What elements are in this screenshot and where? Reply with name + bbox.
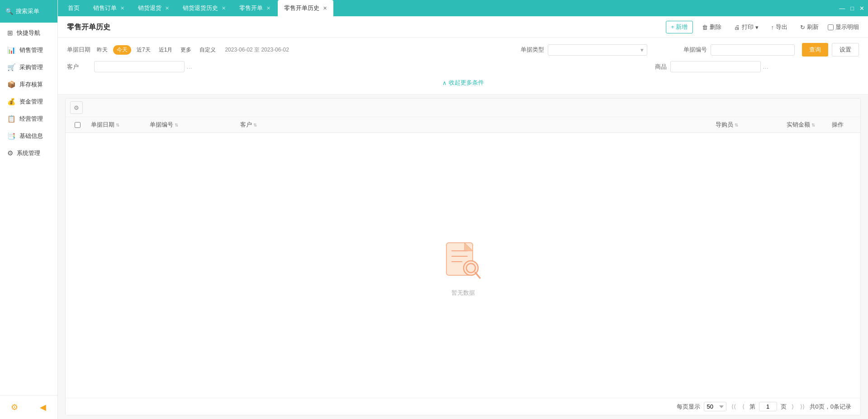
tab-retail-history-close[interactable]: ✕ <box>323 5 327 11</box>
tab-sales-order-close[interactable]: ✕ <box>120 5 124 11</box>
print-button[interactable]: 🖨 打印 ▾ <box>730 21 762 33</box>
sidebar-item-label: 经营管理 <box>19 115 43 123</box>
date-more-btn[interactable]: 更多 <box>178 45 194 55</box>
tab-sales-return-label: 销货退货 <box>138 4 161 12</box>
date-today-btn[interactable]: 今天 <box>113 45 131 55</box>
collapse-filter-btn[interactable]: ∧ 收起更多条件 <box>437 77 489 89</box>
date-yesterday-btn[interactable]: 昨天 <box>94 45 110 55</box>
print-dropdown-icon: ▾ <box>755 24 759 31</box>
tab-sales-return-history-label: 销货退货历史 <box>183 4 218 12</box>
page-number-input[interactable]: 1 <box>759 402 777 411</box>
sidebar-item-quick-nav[interactable]: ⊞ 快捷导航 <box>0 24 57 42</box>
sidebar-item-ops-mgmt[interactable]: 📋 经营管理 <box>0 110 57 127</box>
ops-mgmt-icon: 📋 <box>7 115 16 123</box>
svg-line-6 <box>475 273 480 278</box>
sidebar-item-label: 采购管理 <box>19 63 43 71</box>
tab-sales-order[interactable]: 销售订单 ✕ <box>87 0 131 16</box>
tab-sales-return-history[interactable]: 销货退货历史 ✕ <box>176 0 232 16</box>
delete-btn-label: 删除 <box>710 23 721 31</box>
th-customer[interactable]: 客户 ⇅ <box>236 117 711 132</box>
sidebar-search-label: 搜索采单 <box>16 7 39 15</box>
doc-no-input[interactable] <box>711 44 795 56</box>
empty-state: 暂无数据 <box>66 133 860 398</box>
maximize-btn[interactable]: □ <box>850 5 854 12</box>
goods-input[interactable] <box>670 61 761 72</box>
finance-mgmt-icon: 💰 <box>7 98 16 106</box>
doc-type-label: 单据类型 <box>521 46 548 54</box>
customer-input[interactable] <box>94 61 185 72</box>
sidebar-item-sys-mgmt[interactable]: ⚙ 系统管理 <box>0 145 57 162</box>
th-date-label: 单据日期 <box>91 121 114 129</box>
purchase-mgmt-icon: 🛒 <box>7 63 16 71</box>
select-all-checkbox[interactable] <box>75 122 81 128</box>
new-button[interactable]: + 新增 <box>666 21 693 33</box>
th-guide-sort-icon[interactable]: ⇅ <box>735 122 738 127</box>
settings-bottom-btn[interactable]: ⚙ <box>7 400 22 414</box>
filter-row-2: 客户 … 商品 … <box>67 61 859 72</box>
page-nav-first[interactable]: ⟨⟨ <box>730 403 737 410</box>
page-nav-next[interactable]: ⟩ <box>790 403 795 410</box>
content-area: 零售开单历史 + 新增 🗑 删除 🖨 打印 ▾ ↑ 导出 <box>58 16 868 419</box>
delete-button[interactable]: 🗑 删除 <box>698 21 725 33</box>
sidebar-item-stock-calc[interactable]: 📦 库存核算 <box>0 76 57 93</box>
page-nav-last[interactable]: ⟩⟩ <box>799 403 806 410</box>
per-page-label: 每页显示 <box>677 403 700 411</box>
sys-mgmt-icon: ⚙ <box>7 149 13 157</box>
stock-calc-icon: 📦 <box>7 80 16 89</box>
th-docno-sort-icon[interactable]: ⇅ <box>175 122 178 127</box>
minimize-btn[interactable]: — <box>839 5 845 12</box>
tab-sales-return-history-close[interactable]: ✕ <box>222 5 226 11</box>
sidebar-item-label: 基础信息 <box>19 132 43 140</box>
th-customer-sort-icon[interactable]: ⇅ <box>253 122 257 127</box>
date-last7-btn[interactable]: 近7天 <box>134 45 153 55</box>
close-window-btn[interactable]: ✕ <box>859 5 864 12</box>
tab-retail-history[interactable]: 零售开单历史 ✕ <box>278 0 333 16</box>
th-docno-label: 单据编号 <box>150 121 173 129</box>
date-custom-btn[interactable]: 自定义 <box>197 45 218 55</box>
tab-home[interactable]: 首页 <box>62 0 86 16</box>
th-docno[interactable]: 单据编号 ⇅ <box>145 117 236 132</box>
setting-button[interactable]: 设置 <box>832 43 859 56</box>
th-date[interactable]: 单据日期 ⇅ <box>86 117 145 132</box>
tab-window-controls: — □ ✕ <box>839 5 864 12</box>
table-area: ⚙ 单据日期 ⇅ 单据编号 ⇅ 客户 ⇅ <box>65 98 861 415</box>
sidebar-item-base-info[interactable]: 📑 基础信息 <box>0 127 57 145</box>
th-guide-label: 导购员 <box>716 121 733 129</box>
th-date-sort-icon[interactable]: ⇅ <box>116 122 119 127</box>
sidebar-search-btn[interactable]: 🔍 搜索采单 <box>0 4 57 19</box>
th-amount-label: 实销金额 <box>787 121 810 129</box>
doc-type-select[interactable] <box>548 44 647 56</box>
tab-retail-open-close[interactable]: ✕ <box>266 5 270 11</box>
export-button[interactable]: ↑ 导出 <box>768 21 792 33</box>
per-page-select[interactable]: 50 100 200 <box>704 402 726 411</box>
collapse-sidebar-btn[interactable]: ◀ <box>36 400 50 414</box>
sidebar-item-sales-mgmt[interactable]: 📊 销售管理 <box>0 42 57 59</box>
filter-area: 单据日期 昨天 今天 近7天 近1月 更多 自定义 2023-06-02 至 2… <box>58 38 868 94</box>
th-amount[interactable]: 实销金额 ⇅ <box>765 117 820 132</box>
toolbar: + 新增 🗑 删除 🖨 打印 ▾ ↑ 导出 ↻ 刷新 <box>666 21 859 33</box>
display-cols-checkbox[interactable] <box>828 24 834 30</box>
tab-bar: 首页 销售订单 ✕ 销货退货 ✕ 销货退货历史 ✕ 零售开单 ✕ 零售开单历史 … <box>58 0 868 16</box>
tab-sales-order-label: 销售订单 <box>93 4 117 12</box>
th-guide[interactable]: 导购员 ⇅ <box>711 117 765 132</box>
sidebar-item-finance-mgmt[interactable]: 💰 资金管理 <box>0 93 57 110</box>
page-nav-prev[interactable]: ⟨ <box>741 403 746 410</box>
total-info: 共0页，0条记录 <box>810 403 851 411</box>
tab-sales-return-close[interactable]: ✕ <box>165 5 169 11</box>
query-button[interactable]: 查询 <box>802 43 828 56</box>
doc-type-select-wrap <box>548 44 647 56</box>
refresh-button[interactable]: ↻ 刷新 <box>797 21 822 33</box>
sidebar-item-purchase-mgmt[interactable]: 🛒 采购管理 <box>0 59 57 76</box>
display-cols-toggle[interactable]: 显示明细 <box>828 23 859 31</box>
date-last1m-btn[interactable]: 近1月 <box>156 45 175 55</box>
tab-retail-open[interactable]: 零售开单 ✕ <box>233 0 277 16</box>
tab-sales-return[interactable]: 销货退货 ✕ <box>132 0 175 16</box>
goods-more-icon[interactable]: … <box>763 63 768 70</box>
table-config-button[interactable]: ⚙ <box>70 101 83 114</box>
quick-nav-icon: ⊞ <box>7 29 13 37</box>
th-amount-sort-icon[interactable]: ⇅ <box>811 122 815 127</box>
th-customer-label: 客户 <box>240 121 252 129</box>
export-btn-label: 导出 <box>776 23 787 31</box>
sidebar: 🔍 搜索采单 ⊞ 快捷导航 📊 销售管理 🛒 采购管理 📦 库存核算 💰 资金管… <box>0 0 58 419</box>
customer-more-icon[interactable]: … <box>186 63 192 70</box>
